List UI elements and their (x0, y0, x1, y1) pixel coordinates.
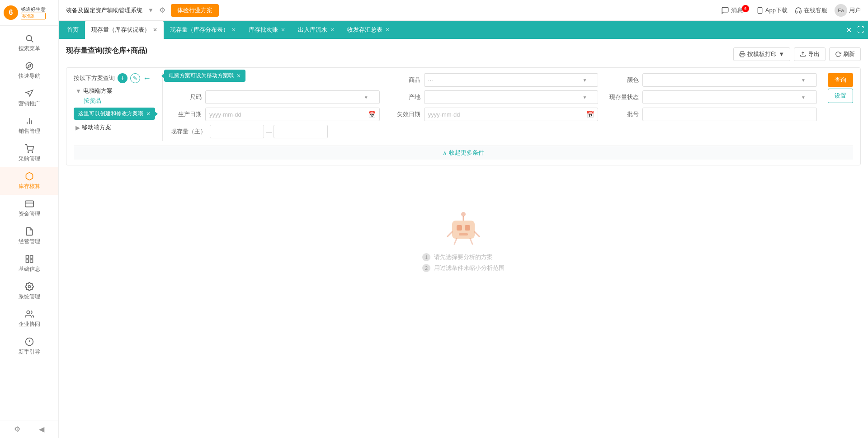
produce-date-placeholder: yyyy-mm-dd (209, 111, 241, 118)
origin-select[interactable]: ▼ (424, 90, 599, 104)
svg-point-16 (27, 311, 30, 314)
search-btn[interactable]: 查询 (828, 73, 853, 87)
product-placeholder: ··· (428, 77, 433, 84)
tab-close-all-btn[interactable]: ✕ (844, 24, 854, 36)
add-scheme-btn[interactable]: + (118, 73, 127, 83)
tab-expand-btn[interactable]: ⛶ (855, 24, 866, 36)
message-badge: 6 (742, 5, 749, 12)
system-dropdown-icon[interactable]: ▼ (148, 7, 154, 14)
refresh-icon (835, 51, 841, 57)
tooltip-scheme-text: 电脑方案可设为移动方案哦 (169, 72, 234, 80)
chart-icon (25, 117, 34, 126)
stock-status-dropdown-icon: ▼ (801, 95, 806, 100)
filter-area: 按以下方案查询 + ✎ ← 电脑方案可设为移动方案哦 ✕ (66, 67, 861, 165)
sidebar-item-inventory[interactable]: 库存核算 (0, 167, 58, 195)
compass-icon (25, 61, 34, 71)
stock-max-input[interactable] (274, 125, 328, 138)
svg-line-33 (470, 239, 472, 244)
origin-control: ▼ (424, 90, 599, 104)
sidebar-item-quick[interactable]: 快速导航 (0, 57, 58, 85)
expire-date-input[interactable]: yyyy-mm-dd 📅 (424, 108, 599, 121)
sidebar-item-finance[interactable]: 资金管理 (0, 195, 58, 222)
trial-btn[interactable]: 体验行业方案 (171, 4, 219, 17)
svg-point-7 (28, 152, 28, 153)
reset-btn[interactable]: 设置 (828, 89, 853, 103)
sidebar-item-label: 经营管理 (19, 238, 40, 245)
svg-line-32 (454, 239, 457, 244)
tab-2[interactable]: 库存批次账 ✕ (242, 21, 292, 39)
sidebar-item-label: 销售管理 (19, 127, 40, 135)
sidebar-item-operation[interactable]: 经营管理 (0, 222, 58, 250)
tab-close-3[interactable]: ✕ (330, 27, 335, 33)
color-control: ▼ (642, 73, 817, 87)
back-arrow-icon[interactable]: ← (143, 74, 151, 83)
size-select[interactable]: ▼ (205, 90, 380, 104)
scheme-group-1-label: 电脑端方案 (83, 87, 113, 95)
stock-min-input[interactable] (210, 125, 264, 138)
tab-1[interactable]: 现存量（库存分布表） ✕ (164, 21, 242, 39)
scheme-group-1[interactable]: ▼ 电脑端方案 (74, 86, 155, 96)
field-color: 颜色 ▼ (607, 73, 817, 87)
tab-home[interactable]: 首页 (61, 26, 85, 34)
logo-icon: 6 (4, 5, 18, 20)
stock-status-label: 现存量状态 (607, 93, 639, 101)
scheme-item-0[interactable]: 按货品 (82, 96, 155, 106)
batch-input[interactable] (642, 108, 817, 121)
export-btn[interactable]: 导出 (794, 47, 826, 61)
message-btn[interactable]: 消息 6 (721, 6, 749, 14)
sidebar-item-system[interactable]: 系统管理 (0, 278, 58, 305)
svg-rect-25 (457, 225, 462, 231)
tooltip-scheme-close[interactable]: ✕ (236, 73, 241, 79)
produce-date-control: yyyy-mm-dd 📅 (205, 108, 380, 121)
stock-status-select[interactable]: ▼ (642, 90, 817, 104)
tab-close-4[interactable]: ✕ (385, 27, 390, 33)
edit-scheme-btn[interactable]: ✎ (130, 73, 140, 83)
handshake-icon (25, 310, 34, 319)
tooltip-edit-close[interactable]: ✕ (146, 111, 151, 117)
sidebar-item-guide[interactable]: 新手引导 (0, 333, 58, 360)
export-icon (800, 51, 806, 57)
tab-label-1: 现存量（库存分布表） (170, 26, 229, 34)
empty-hints: 1 请先选择要分析的方案 2 用过滤条件来缩小分析范围 (422, 253, 505, 272)
print-icon (739, 51, 745, 57)
print-btn[interactable]: 按模板打印 ▼ (733, 47, 790, 61)
sidebar-item-sales[interactable]: 销售管理 (0, 112, 58, 140)
scheme-toggle-2-icon: ▶ (75, 124, 80, 131)
app-download-btn[interactable]: App下载 (756, 6, 788, 14)
collapse-sidebar-icon[interactable]: ◀ (39, 425, 44, 433)
size-label: 尺码 (170, 93, 202, 101)
product-select[interactable]: ··· ▼ (424, 73, 599, 87)
origin-dropdown-icon: ▼ (582, 95, 587, 100)
sidebar-item-label: 采购管理 (19, 155, 40, 163)
filter-label: 按以下方案查询 (74, 74, 115, 82)
origin-label: 产地 (389, 93, 420, 101)
tab-close-2[interactable]: ✕ (281, 27, 285, 33)
search-reset-group: 查询 设置 (828, 73, 853, 103)
tab-4[interactable]: 收发存汇总表 ✕ (341, 21, 396, 39)
online-support-btn[interactable]: 在线客服 (795, 6, 827, 14)
stock-range-dash: — (266, 128, 272, 135)
sidebar-item-basic[interactable]: 基础信息 (0, 250, 58, 278)
sidebar-item-search[interactable]: 搜索菜单 (0, 29, 58, 57)
tab-0[interactable]: 现存量（库存状况表） ✕ (85, 21, 164, 39)
avatar: Ea (835, 4, 847, 17)
tab-close-0[interactable]: ✕ (153, 27, 157, 33)
tab-3[interactable]: 出入库流水 ✕ (292, 21, 341, 39)
sidebar-item-marketing[interactable]: 营销推广 (0, 85, 58, 112)
topbar-gear-icon[interactable]: ⚙ (159, 6, 165, 14)
collapse-bar[interactable]: ∧ 收起更多条件 (74, 146, 853, 160)
refresh-btn[interactable]: 刷新 (829, 47, 861, 61)
info-icon (25, 337, 34, 346)
sidebar-item-label: 营销推广 (19, 100, 40, 108)
topbar-right: 消息 6 App下载 在线客服 Ea 用户 (721, 4, 861, 17)
sidebar-item-purchase[interactable]: 采购管理 (0, 140, 58, 167)
sidebar-item-label: 新手引导 (19, 348, 40, 356)
settings-bottom-icon[interactable]: ⚙ (14, 425, 20, 433)
color-select[interactable]: ▼ (642, 73, 817, 87)
tab-close-1[interactable]: ✕ (231, 27, 236, 33)
user-btn[interactable]: Ea 用户 (835, 4, 861, 17)
produce-date-input[interactable]: yyyy-mm-dd 📅 (205, 108, 380, 121)
scheme-item-0-label: 按货品 (84, 97, 101, 105)
scheme-group-2[interactable]: ▶ 移动端方案 (74, 122, 155, 133)
sidebar-item-enterprise[interactable]: 企业协同 (0, 305, 58, 333)
